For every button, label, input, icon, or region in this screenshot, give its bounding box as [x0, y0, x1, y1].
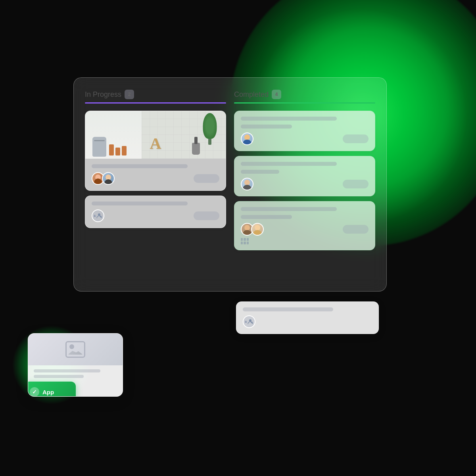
standalone-card[interactable] [236, 301, 379, 334]
completed-card-2[interactable] [234, 156, 375, 196]
card-2-tag [194, 211, 219, 220]
card-1-tag [194, 174, 219, 183]
avatar-beard [241, 178, 253, 190]
card-1-title-line [92, 164, 188, 168]
floating-card[interactable]: ✓ App [28, 333, 123, 397]
kanban-board: In Progress 2 Completed 4 [73, 77, 387, 292]
floating-card-body [28, 365, 123, 382]
in-progress-count: 2 [125, 90, 134, 99]
check-circle: ✓ [30, 387, 39, 397]
avatar-add [92, 209, 104, 222]
avatar-man2 [241, 132, 253, 145]
comp-3-avatars [241, 223, 264, 236]
comp-1-text-long [241, 117, 337, 121]
card-image: A [85, 111, 226, 159]
floating-card-image [28, 334, 123, 365]
floating-text-2 [34, 375, 84, 378]
svg-point-0 [98, 213, 100, 216]
in-progress-card-1[interactable]: A [85, 111, 226, 191]
plant-decor [202, 113, 218, 145]
completed-card-1[interactable] [234, 111, 375, 151]
card-1-body [85, 159, 226, 190]
backpack-decor [92, 137, 106, 157]
comp-1-avatars [241, 132, 253, 145]
in-progress-column: A [85, 111, 226, 279]
comp-2-tag [343, 180, 369, 188]
card-2-avatars [92, 209, 104, 222]
completed-underline [234, 102, 375, 104]
column-title-row-completed: Completed 4 [234, 90, 375, 99]
comp-3-text-long [241, 207, 337, 211]
table-cell-6 [247, 242, 249, 244]
in-progress-card-2[interactable] [85, 196, 226, 228]
card-2-footer [92, 209, 219, 222]
comp-1-tag [343, 134, 369, 143]
comp-2-footer [241, 178, 369, 190]
table-cell-1 [241, 238, 243, 241]
comp-2-text-short [241, 170, 279, 174]
avatar-man1 [102, 172, 115, 185]
columns-header: In Progress 2 Completed 4 [85, 90, 375, 104]
geo-item-2 [115, 148, 120, 155]
completed-card-3[interactable] [234, 201, 375, 250]
approved-badge: ✓ App [28, 382, 76, 397]
img-circle [69, 344, 74, 349]
comp-2-avatars [241, 178, 253, 190]
geo-item-3 [122, 146, 127, 155]
check-mark-icon: ✓ [32, 389, 37, 395]
comp-1-text-short [241, 125, 292, 129]
column-header-completed: Completed 4 [234, 90, 375, 104]
vase-decor [192, 143, 200, 155]
add-person-icon [92, 210, 104, 221]
avatar-blonde [251, 223, 264, 236]
image-placeholder-icon [65, 341, 85, 358]
comp-1-footer [241, 132, 369, 145]
standalone-add-icon [244, 316, 255, 327]
comp-3-tag [343, 225, 369, 234]
in-progress-underline [85, 102, 226, 104]
in-progress-title: In Progress [85, 90, 121, 99]
geo-item-1 [109, 144, 114, 155]
completed-count: 4 [272, 90, 281, 99]
comp-3-text-short [241, 215, 292, 219]
completed-column [234, 111, 375, 279]
letter-a-decor: A [150, 134, 161, 153]
standalone-footer [243, 315, 372, 328]
approved-label: App [42, 389, 54, 395]
standalone-text-line [243, 307, 333, 311]
standalone-avatar-add [243, 315, 255, 328]
comp-3-footer [241, 223, 369, 236]
svg-point-1 [249, 319, 251, 322]
table-cell-4 [241, 242, 243, 244]
columns-body: A [85, 111, 375, 279]
table-cell-2 [244, 238, 246, 241]
column-header-in-progress: In Progress 2 [85, 90, 226, 104]
card-2-title-line [92, 202, 188, 205]
card-1-avatars [92, 172, 115, 185]
table-icon [241, 238, 249, 244]
table-cell-5 [244, 242, 246, 244]
column-title-row-in-progress: In Progress 2 [85, 90, 226, 99]
completed-title: Completed [234, 90, 269, 99]
card-image-scene: A [85, 111, 226, 159]
table-cell-3 [247, 238, 249, 241]
card-1-footer [92, 172, 219, 185]
comp-2-text-long [241, 162, 337, 166]
floating-text-1 [34, 369, 100, 372]
geo-decor [109, 144, 127, 155]
